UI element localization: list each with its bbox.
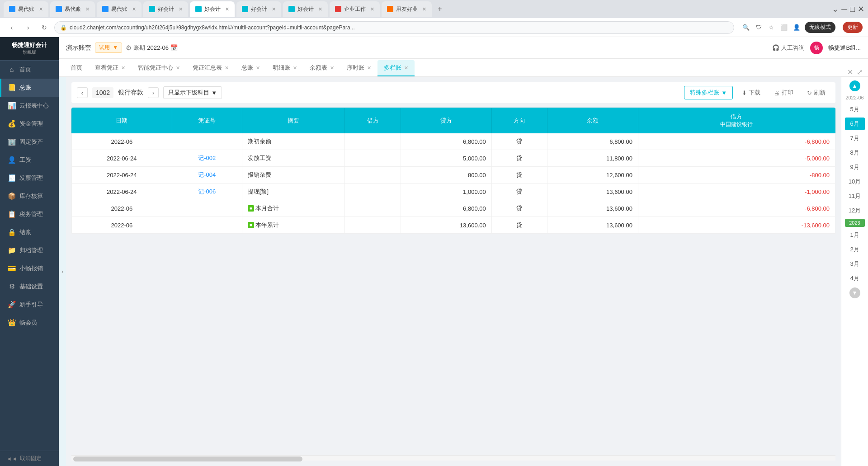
browser-tab-9[interactable]: 用友好业 ✕ [382,1,432,17]
sidebar-item-inventory[interactable]: 📦 库存核算 [0,187,59,205]
tab-voucher[interactable]: 查看凭证 ✕ [89,60,132,76]
tab-multicol[interactable]: 多栏账 ✕ [377,60,415,76]
month-september[interactable]: 9月 [845,161,865,174]
browser-tab-2[interactable]: 易代账 ✕ [50,1,95,17]
tab-close-6[interactable]: ✕ [272,6,276,12]
tab-close-8[interactable]: ✕ [370,6,374,12]
calendar-down-button[interactable]: ▼ [849,287,860,298]
scrollbar-thumb[interactable] [73,457,302,461]
close-window-button[interactable]: ✕ [858,4,864,14]
filter-dropdown[interactable]: 只显示下级科目 ▼ [163,86,222,99]
download-button[interactable]: ⬇ 下载 [737,86,765,99]
print-button[interactable]: 🖨 打印 [769,86,798,99]
maximize-button[interactable]: □ [850,5,855,14]
user-icon[interactable]: 👤 [792,23,801,32]
calendar-up-button[interactable]: ▲ [849,80,860,91]
consulting-button[interactable]: 🎧 人工咨询 [772,44,805,52]
tab-general-close[interactable]: ✕ [256,65,260,71]
month-november[interactable]: 11月 [845,190,865,202]
sidebar-item-member[interactable]: 👑 畅会员 [0,314,59,332]
sidebar-item-funds[interactable]: 💰 资金管理 [0,115,59,133]
calendar-icon[interactable]: 📅 [170,44,178,51]
dropdown-icon[interactable]: ▼ [113,44,118,51]
month-mar-2023[interactable]: 3月 [845,258,865,270]
tab-detail[interactable]: 明细账 ✕ [266,60,303,76]
tab-smart[interactable]: 智能凭证中心 ✕ [132,60,186,76]
cell-voucher[interactable]: 记-002 [172,150,242,167]
collapse-tabs-icon[interactable]: ✕ [847,68,853,76]
sidebar-item-close[interactable]: 🔒 结账 [0,223,59,241]
sidebar-item-salary[interactable]: 👤 工资 [0,151,59,169]
next-subject-button[interactable]: › [148,87,159,98]
tab-multicol-close[interactable]: ✕ [404,65,408,71]
month-feb-2023[interactable]: 2月 [845,243,865,256]
browser-tab-8[interactable]: 企业工作 ✕ [330,1,380,17]
tab-close-1[interactable]: ✕ [39,6,43,12]
month-august[interactable]: 8月 [845,146,865,159]
star-icon[interactable]: ☆ [767,23,776,32]
tab-close-2[interactable]: ✕ [85,6,90,12]
expand-tabs-icon[interactable]: ⤢ [857,68,863,76]
sidebar-item-guide[interactable]: 🚀 新手引导 [0,296,59,314]
sidebar-item-ledger[interactable]: 📒 总账 [0,79,59,97]
tab-home[interactable]: 首页 [64,60,89,76]
tab-close-4[interactable]: ✕ [179,6,183,12]
tab-journal[interactable]: 序时账 ✕ [340,60,377,76]
tab-close-7[interactable]: ✕ [318,6,322,12]
horizontal-scrollbar[interactable] [71,455,835,461]
unpin-button[interactable]: ◄◄ 取消固定 [0,451,59,466]
tab-general[interactable]: 总账 ✕ [235,60,266,76]
tab-balance-close[interactable]: ✕ [330,65,334,71]
split-icon[interactable]: ⬜ [779,23,788,32]
collapse-sidebar-btn[interactable]: › [59,77,66,466]
special-multicol-button[interactable]: 特殊多栏账 ▼ [684,86,733,99]
sidebar-item-expense[interactable]: 💳 小畅报销 [0,259,59,278]
tab-close-3[interactable]: ✕ [132,6,136,12]
cell-voucher[interactable]: 记-004 [172,167,242,184]
browser-tab-1[interactable]: 易代账 ✕ [4,1,48,17]
sidebar-item-archive[interactable]: 📁 归档管理 [0,241,59,259]
month-october[interactable]: 10月 [845,175,865,188]
cell-voucher[interactable]: 记-006 [172,184,242,200]
browser-tab-5[interactable]: 好会计 ✕ [190,1,235,17]
tab-summary[interactable]: 凭证汇总表 ✕ [186,60,235,76]
search-icon[interactable]: 🔍 [741,23,750,32]
month-jan-2023[interactable]: 1月 [845,229,865,241]
month-june[interactable]: 6月 [845,118,865,130]
browser-tab-6[interactable]: 好会计 ✕ [236,1,281,17]
minimize-button[interactable]: ─ [841,5,847,14]
tab-summary-close[interactable]: ✕ [225,65,229,71]
month-july[interactable]: 7月 [845,132,865,145]
browser-tab-4[interactable]: 好会计 ✕ [143,1,188,17]
tab-close-9[interactable]: ✕ [422,6,426,12]
tab-voucher-close[interactable]: ✕ [121,65,125,71]
sidebar-item-assets[interactable]: 🏢 固定资产 [0,133,59,151]
update-button[interactable]: 更新 [843,22,863,33]
browser-tab-7[interactable]: 好会计 ✕ [283,1,328,17]
sidebar-item-reports[interactable]: 📊 云报表中心 [0,97,59,115]
tab-detail-close[interactable]: ✕ [293,65,297,71]
user-avatar[interactable]: 畅 [810,42,823,54]
gear-icon[interactable]: ⚙ [126,44,132,52]
no-trace-button[interactable]: 无痕模式 [805,22,835,33]
tab-journal-close[interactable]: ✕ [367,65,371,71]
shield-icon[interactable]: 🛡 [754,23,763,32]
back-button[interactable]: ‹ [5,21,18,34]
month-may[interactable]: 5月 [845,103,865,116]
tab-close-5[interactable]: ✕ [225,6,229,12]
forward-button[interactable]: › [22,21,34,34]
month-december[interactable]: 12月 [845,204,865,217]
reload-button[interactable]: ↻ [38,21,51,34]
subject-code[interactable]: 1002 [92,87,113,98]
tab-list-button[interactable]: ⌄ [832,4,839,14]
browser-tab-3[interactable]: 易代账 ✕ [97,1,142,17]
prev-subject-button[interactable]: ‹ [77,87,88,98]
tab-balance[interactable]: 余额表 ✕ [303,60,340,76]
month-apr-2023[interactable]: 4月 [845,272,865,285]
refresh-button[interactable]: ↻ 刷新 [802,86,830,99]
sidebar-item-invoice[interactable]: 🧾 发票管理 [0,169,59,187]
sidebar-item-home[interactable]: ⌂ 首页 [0,61,59,79]
address-bar[interactable]: 🔒 cloud2.chanjet.com/accounting/uh26t264… [54,21,734,34]
sidebar-item-settings[interactable]: ⚙ 基础设置 [0,278,59,296]
sidebar-item-tax[interactable]: 📋 税务管理 [0,205,59,223]
